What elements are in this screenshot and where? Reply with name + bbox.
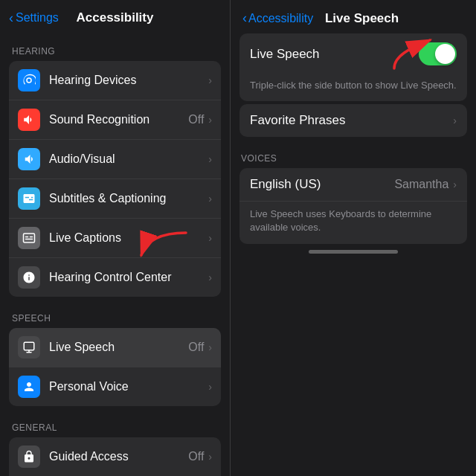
voices-section: English (US) Samantha › Live Speech uses… xyxy=(239,168,467,243)
favorite-phrases-label: Favorite Phrases xyxy=(250,113,451,128)
sound-recognition-row[interactable]: Sound Recognition Off › xyxy=(9,100,221,140)
live-captions-row[interactable]: Live Captions › xyxy=(9,219,221,258)
guided-access-row[interactable]: Guided Access Off › xyxy=(9,437,221,476)
live-speech-helper-text: Triple-click the side button to show Liv… xyxy=(239,74,467,101)
audio-visual-icon xyxy=(18,148,40,170)
live-speech-value: Off xyxy=(188,341,204,354)
voices-note: Live Speech uses Keyboards to determine … xyxy=(239,202,467,243)
guided-access-icon xyxy=(18,446,40,468)
audio-visual-row[interactable]: Audio/Visual › xyxy=(9,140,221,179)
live-captions-chevron: › xyxy=(208,232,212,244)
hearing-control-center-chevron: › xyxy=(208,271,212,283)
left-back-chevron-icon: ‹ xyxy=(9,10,13,26)
personal-voice-chevron: › xyxy=(208,381,212,393)
subtitles-captioning-row[interactable]: Subtitles & Captioning › xyxy=(9,179,221,219)
guided-access-label: Guided Access xyxy=(49,450,188,463)
right-back-button[interactable]: ‹ Accessibility xyxy=(242,10,313,26)
voices-section-label: VOICES xyxy=(231,140,476,168)
left-nav-title: Accessibility xyxy=(77,10,154,25)
svg-rect-1 xyxy=(24,342,34,350)
hearing-devices-label: Hearing Devices xyxy=(49,74,207,87)
voices-group: English (US) Samantha › Live Speech uses… xyxy=(239,168,467,243)
live-captions-label: Live Captions xyxy=(49,231,207,245)
audio-visual-chevron: › xyxy=(208,153,212,165)
speech-group: Live Speech Off › Personal Voice › xyxy=(9,328,221,406)
speech-section-label: SPEECH xyxy=(0,300,230,328)
svg-rect-0 xyxy=(24,234,35,242)
subtitles-captioning-label: Subtitles & Captioning xyxy=(49,192,207,205)
favorite-phrases-chevron: › xyxy=(453,115,457,126)
left-top-nav: ‹ Settings Accessibility xyxy=(0,0,230,33)
hearing-group: Hearing Devices › Sound Recognition Off … xyxy=(9,61,221,297)
sound-recognition-label: Sound Recognition xyxy=(49,113,188,126)
right-panel: ‹ Accessibility Live Speech Live Speech … xyxy=(231,0,476,476)
voice-samantha-value: Samantha xyxy=(394,178,448,191)
english-us-row[interactable]: English (US) Samantha › xyxy=(239,168,467,202)
favorite-phrases-group: Favorite Phrases › xyxy=(239,104,467,137)
live-speech-label: Live Speech xyxy=(49,341,188,354)
subtitles-captioning-chevron: › xyxy=(208,193,212,205)
hearing-devices-chevron: › xyxy=(208,74,212,86)
right-top-nav: ‹ Accessibility Live Speech xyxy=(231,0,476,33)
hearing-control-center-row[interactable]: Hearing Control Center › xyxy=(9,258,221,297)
live-speech-icon xyxy=(18,336,40,358)
right-live-speech-section: Live Speech Triple-click the side button… xyxy=(239,33,467,137)
english-us-label: English (US) xyxy=(250,177,394,192)
hearing-control-center-icon xyxy=(18,266,40,289)
right-live-speech-group: Live Speech Triple-click the side button… xyxy=(239,33,467,101)
live-captions-icon xyxy=(18,227,40,249)
live-speech-row[interactable]: Live Speech Off › xyxy=(9,328,221,367)
sound-recognition-chevron: › xyxy=(208,114,212,126)
right-back-chevron-icon: ‹ xyxy=(242,10,247,26)
left-back-button[interactable]: ‹ Settings xyxy=(9,10,59,26)
hearing-devices-icon xyxy=(18,69,40,91)
subtitles-captioning-icon xyxy=(18,187,40,210)
right-back-label: Accessibility xyxy=(248,12,313,25)
live-speech-toggle[interactable] xyxy=(419,42,457,65)
right-home-indicator xyxy=(309,250,398,254)
personal-voice-icon xyxy=(18,376,40,398)
personal-voice-row[interactable]: Personal Voice › xyxy=(9,367,221,406)
live-speech-toggle-label: Live Speech xyxy=(250,47,419,62)
hearing-control-center-label: Hearing Control Center xyxy=(49,271,207,284)
hearing-devices-row[interactable]: Hearing Devices › xyxy=(9,61,221,100)
general-group: Guided Access Off › i Assistive Access O… xyxy=(9,437,221,476)
general-section-label: GENERAL xyxy=(0,409,230,437)
hearing-section-label: HEARING xyxy=(0,33,230,61)
guided-access-value: Off xyxy=(188,450,204,463)
guided-access-chevron: › xyxy=(208,451,212,463)
favorite-phrases-row[interactable]: Favorite Phrases › xyxy=(239,104,467,137)
right-nav-title: Live Speech xyxy=(319,11,405,26)
sound-recognition-icon xyxy=(18,109,40,131)
left-back-label: Settings xyxy=(16,11,59,25)
sound-recognition-value: Off xyxy=(188,113,204,126)
toggle-thumb xyxy=(435,44,455,64)
live-speech-chevron: › xyxy=(208,341,212,353)
live-speech-toggle-row: Live Speech xyxy=(239,33,467,74)
voice-chevron: › xyxy=(453,178,457,190)
audio-visual-label: Audio/Visual xyxy=(49,152,207,166)
personal-voice-label: Personal Voice xyxy=(49,380,207,393)
